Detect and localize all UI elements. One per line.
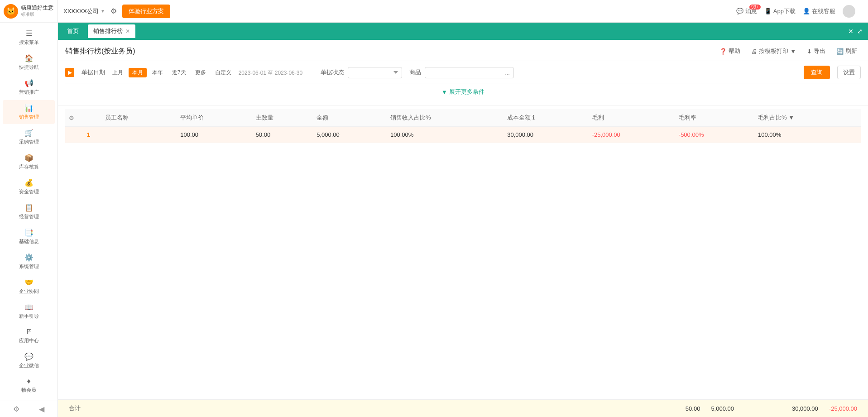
guide-icon: 📖	[24, 303, 34, 312]
settings-button[interactable]: 设置	[837, 66, 861, 79]
export-button[interactable]: ⬇ 导出	[803, 45, 829, 57]
sidebar-item-finance-label: 资金管理	[19, 188, 39, 195]
status-filter-group: 单据状态	[321, 67, 402, 78]
message-button[interactable]: 💬 消息 99+	[736, 7, 757, 15]
col-qty: 主数量	[252, 109, 313, 127]
sidebar-item-sales-label: 销售管理	[19, 114, 39, 120]
main-area: XXXXXX公司 ▼ ⚙ 体验行业方案 💬 消息 99+ 📱 App下载 👤 在…	[58, 0, 868, 417]
date-tab-cur-month[interactable]: 本月	[129, 68, 147, 77]
sidebar-item-marketing[interactable]: 📢 营销推广	[3, 75, 55, 99]
date-filter-label: 单据日期	[82, 68, 105, 77]
refresh-icon: 🔄	[836, 48, 844, 55]
page-header: 销售排行榜(按业务员) ❓ 帮助 🖨 按模板打印 ▼ ⬇ 导出	[58, 40, 868, 61]
tab-close-icon[interactable]: ✕	[125, 28, 130, 34]
sidebar-item-guide[interactable]: 📖 新手引导	[3, 299, 55, 323]
goods-input-more-icon[interactable]: ...	[505, 69, 510, 76]
sidebar-item-quicknav[interactable]: 🏠 快捷导航	[3, 50, 55, 74]
sidebar-collapse-button[interactable]: ◀	[39, 405, 44, 413]
goods-filter-group: 商品 ...	[409, 67, 514, 78]
row-amount: 5,000.00	[313, 127, 387, 143]
expand-more-button[interactable]: ▼ 展开更多条件	[441, 85, 484, 99]
purchase-icon: 🛒	[24, 129, 34, 137]
topbar-settings-icon[interactable]: ⚙	[110, 7, 117, 15]
col-profit-rate: 毛利率	[675, 109, 754, 127]
topbar-right: 💬 消息 99+ 📱 App下载 👤 在线客服	[736, 5, 863, 18]
avatar[interactable]	[843, 5, 855, 18]
inventory-icon: 📦	[24, 153, 34, 162]
sidebar-settings-button[interactable]: ⚙	[13, 405, 19, 413]
sidebar-item-member-label: 畅会员	[21, 387, 36, 393]
sidebar-item-inventory[interactable]: 📦 库存核算	[3, 150, 55, 174]
tab-sales-rank[interactable]: 销售排行榜 ✕	[88, 24, 135, 38]
refresh-label: 刷新	[845, 47, 857, 55]
goods-input[interactable]	[429, 69, 505, 76]
trial-button[interactable]: 体验行业方案	[122, 5, 170, 18]
sidebar-item-basic[interactable]: 📑 基础信息	[3, 225, 55, 249]
finance-icon: 💰	[24, 178, 34, 187]
row-profit: -25,000.00	[589, 127, 675, 143]
date-tab-cur-year[interactable]: 本年	[149, 68, 167, 77]
col-rank	[83, 109, 101, 127]
online-service-button[interactable]: 👤 在线客服	[803, 7, 835, 15]
sidebar-item-collab[interactable]: 🤝 企业协同	[3, 274, 55, 298]
sidebar-item-wechat[interactable]: 💬 企业微信	[3, 349, 55, 373]
status-select[interactable]	[348, 67, 402, 78]
sidebar-item-basic-label: 基础信息	[19, 238, 39, 245]
col-employee-name: 员工名称	[101, 109, 177, 127]
message-badge: 99+	[749, 5, 761, 10]
row-profit-rate: -500.00%	[675, 127, 754, 143]
query-button[interactable]: 查询	[804, 66, 830, 79]
company-name: XXXXXX公司	[63, 7, 99, 15]
tab-home[interactable]: 首页	[60, 23, 86, 40]
goods-input-wrap: ...	[425, 67, 514, 78]
refresh-button[interactable]: 🔄 刷新	[833, 45, 861, 57]
table-wrap: ⚙ 员工名称 平均单价 主数量	[58, 105, 868, 399]
footer-label: 合计	[69, 404, 81, 412]
sidebar-item-operation[interactable]: 📋 经营管理	[3, 200, 55, 224]
logo-text: 畅康通好生意	[21, 5, 53, 12]
company-selector[interactable]: XXXXXX公司 ▼	[63, 7, 105, 15]
sidebar-item-member[interactable]: ♦ 畅会员	[3, 374, 55, 397]
col-profit: 毛利	[589, 109, 675, 127]
app-download-button[interactable]: 📱 App下载	[764, 7, 796, 15]
app-icon: 📱	[764, 8, 772, 14]
maximize-window-icon[interactable]: ⤢	[857, 28, 863, 35]
col-profit-pct: 毛利占比% ▼	[754, 109, 861, 127]
sidebar-item-purchase[interactable]: 🛒 采购管理	[3, 125, 55, 149]
sidebar-item-system-label: 系统管理	[19, 263, 39, 270]
sidebar-item-apps[interactable]: 🖥 应用中心	[3, 324, 55, 348]
footer-amount: 5,000.00	[711, 405, 734, 412]
sidebar-item-finance[interactable]: 💰 资金管理	[3, 175, 55, 199]
sidebar-item-purchase-label: 采购管理	[19, 139, 39, 145]
print-button[interactable]: 🖨 按模板打印 ▼	[748, 45, 800, 57]
goods-filter-label: 商品	[409, 68, 421, 77]
tab-sales-rank-label: 销售排行榜	[93, 27, 123, 35]
date-tab-custom[interactable]: 自定义	[211, 68, 235, 77]
page-actions: ❓ 帮助 🖨 按模板打印 ▼ ⬇ 导出 🔄 刷新	[716, 45, 861, 57]
col-settings: ⚙	[65, 109, 83, 127]
help-label: 帮助	[729, 47, 740, 55]
col-settings-icon[interactable]: ⚙	[69, 115, 74, 121]
logo-sub: 标准版	[21, 11, 53, 18]
sidebar-item-operation-label: 经营管理	[19, 213, 39, 220]
row-qty: 50.00	[252, 127, 313, 143]
table-row: 1 100.00 50.00 5,000.00 100.00% 30,000.0…	[65, 127, 861, 143]
expand-more-label: 展开更多条件	[449, 88, 484, 96]
filter-expand-icon[interactable]: ▶	[65, 68, 74, 77]
date-tab-more[interactable]: 更多	[192, 68, 210, 77]
content-area: 销售排行榜(按业务员) ❓ 帮助 🖨 按模板打印 ▼ ⬇ 导出	[58, 40, 868, 417]
page-title: 销售排行榜(按业务员)	[65, 47, 135, 56]
sidebar-item-system[interactable]: ⚙️ 系统管理	[3, 249, 55, 273]
row-rank: 1	[83, 127, 101, 143]
date-tab-7days[interactable]: 近7天	[168, 68, 190, 77]
sidebar-item-search[interactable]: ☰ 搜索菜单	[3, 25, 55, 49]
sidebar-item-sales[interactable]: 📊 销售管理	[3, 100, 55, 124]
sidebar-item-apps-label: 应用中心	[19, 337, 39, 344]
date-tab-prev-month[interactable]: 上月	[109, 68, 127, 77]
date-tabs: 上月 本月 本年 近7天 更多 自定义	[109, 68, 235, 77]
row-cost: 30,000.00	[504, 127, 588, 143]
help-icon: ❓	[719, 48, 727, 55]
close-window-icon[interactable]: ✕	[848, 28, 854, 35]
export-icon: ⬇	[807, 48, 812, 55]
help-button[interactable]: ❓ 帮助	[716, 45, 744, 57]
